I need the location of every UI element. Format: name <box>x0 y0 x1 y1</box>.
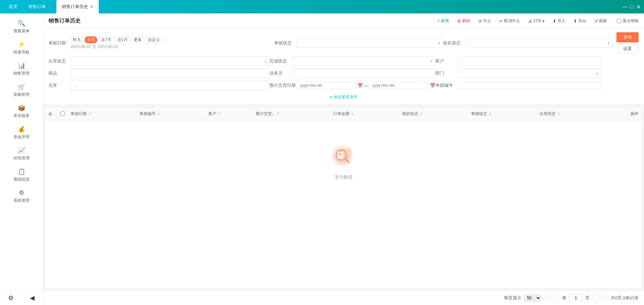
stop-button[interactable]: ⊘ 中止 <box>476 17 494 25</box>
payment-status-select[interactable]: ▾ <box>465 38 612 48</box>
col-expected-delivery-label: 预计交货... <box>256 111 275 116</box>
filter-row-3: 商品 ... 业务员 ... 部门 ▾ <box>48 69 639 78</box>
display-detail-label[interactable]: 显示明细 <box>617 18 639 24</box>
display-detail-checkbox[interactable] <box>617 19 621 23</box>
sidebar-collapse-icon[interactable]: ◀ <box>30 294 35 302</box>
col-operation: 操作 <box>606 108 641 120</box>
dept-arrow-icon: ▾ <box>596 72 598 75</box>
sidebar-item-purchase-mgmt[interactable]: 🛒 采购管理 <box>0 80 43 101</box>
col-customer[interactable]: 客户 ⇅ <box>206 108 253 120</box>
operations-icon: 📈 <box>18 147 25 154</box>
date-buttons: 昨天 今天 近7天 近1月 更多 自定义 <box>71 36 274 43</box>
window-minimize-btn[interactable]: — <box>622 4 628 10</box>
collapse-more[interactable]: ∧ 收起更多条件 <box>48 93 639 101</box>
date-btn-custom[interactable]: 自定义 <box>145 36 162 43</box>
payment-status-arrow-icon: ▾ <box>608 41 609 45</box>
date-btn-last1m[interactable]: 近1月 <box>115 36 130 43</box>
filter-warehouse: 仓库 ... <box>48 81 269 90</box>
cancel-stop-button[interactable]: ↩ 取消中止 <box>497 17 523 25</box>
col-order-amount[interactable]: 订单金额 ⇅ <box>331 108 399 120</box>
date-btn-today[interactable]: 今天 <box>85 36 97 43</box>
out-status-select[interactable]: ▾ <box>71 56 269 66</box>
window-close-btn[interactable]: ✕ <box>636 4 641 10</box>
delete-button[interactable]: 🗑 删除 <box>454 17 473 25</box>
sidebar-item-sales-mgmt-label: 销售管理 <box>13 71 30 76</box>
tab-sales-order-close[interactable]: ✕ <box>48 4 51 9</box>
content-area: 销售订单历史 + 新增 🗑 删除 ⊘ 中止 ↩ 取消中止 <box>43 13 644 305</box>
payment-status-label: 收款状态 <box>443 40 463 46</box>
tab-sales-order-history-close[interactable]: ✕ <box>90 4 93 9</box>
main-layout: 🔍 搜索菜单 ⚡ 快捷导航 📊 销售管理 🛒 采购管理 📦 库存核算 💰 资金管… <box>0 13 644 305</box>
query-button[interactable]: 查询 <box>616 32 639 42</box>
expected-date-from-input[interactable] <box>298 82 356 89</box>
col-out-status-label: 出库状态 <box>540 111 556 116</box>
col-payment-status[interactable]: 收款状态 ⇅ <box>399 108 468 120</box>
date-btn-yesterday[interactable]: 昨天 <box>71 36 83 43</box>
date-btn-more[interactable]: 更多 <box>131 36 144 43</box>
sales-mgmt-icon: 📊 <box>18 62 25 69</box>
col-bill-no[interactable]: 单据编号 ⇅ <box>137 108 206 120</box>
expected-date-calendar-to-icon[interactable]: 📅 <box>430 83 435 88</box>
new-button[interactable]: + 新增 <box>434 17 452 25</box>
sort-bill-date-icon: ⇅ <box>88 112 91 116</box>
sidebar-item-basic-info[interactable]: 📋 基础信息 <box>0 164 43 186</box>
last-page-btn[interactable]: » <box>601 295 608 301</box>
current-page-input[interactable] <box>569 295 583 301</box>
bill-no-input[interactable] <box>458 82 601 89</box>
empty-state-row: 暂无数据 <box>46 120 641 201</box>
filter-row-2: 出库状态 ▾ 完成状态 ▾ 客户 ... <box>48 56 639 66</box>
sidebar-item-basic-info-label: 基础信息 <box>13 177 30 182</box>
bill-status-select[interactable]: ▾ <box>296 38 443 48</box>
first-page-btn[interactable]: « <box>544 295 551 301</box>
expected-date-to-input[interactable] <box>370 82 428 89</box>
page-size-select[interactable]: 50 10 20 100 <box>524 294 541 302</box>
goods-select[interactable]: ... <box>71 69 269 78</box>
complete-status-select[interactable]: ▾ <box>292 56 435 66</box>
col-expected-delivery[interactable]: 预计交货... ⇅ <box>253 108 331 120</box>
sort-bill-status-icon: ⇅ <box>489 112 491 116</box>
tab-home[interactable]: 首页 <box>3 0 23 13</box>
dept-label: 部门 <box>435 70 456 76</box>
sidebar-item-inventory[interactable]: 📦 库存核算 <box>0 101 43 122</box>
settings-button[interactable]: 设置 <box>617 44 638 54</box>
col-bill-status[interactable]: 单据状态 ⇅ <box>468 108 537 120</box>
svg-point-9 <box>347 147 351 151</box>
sidebar-item-sales-mgmt[interactable]: 📊 销售管理 <box>0 59 43 80</box>
sidebar-item-sys-mgmt[interactable]: ⚙ 系统管理 <box>0 186 43 207</box>
search-menu-icon: 🔍 <box>18 20 25 27</box>
filter-complete-status: 完成状态 ▾ <box>269 56 435 66</box>
col-bill-date[interactable]: 单据日期 ⇅ <box>68 108 137 120</box>
sidebar-settings-icon[interactable]: ⚙ <box>8 294 13 302</box>
sort-expected-delivery-icon: ⇅ <box>277 112 280 116</box>
window-maximize-btn[interactable]: □ <box>630 4 634 10</box>
next-page-btn[interactable]: › <box>592 295 598 301</box>
expected-date-calendar-from-icon[interactable]: 📅 <box>357 83 363 88</box>
tab-sales-order-history[interactable]: 销售订单历史 ✕ <box>56 0 99 13</box>
sort-out-status-icon: ⇅ <box>558 112 560 116</box>
warehouse-dots: ... <box>74 83 77 88</box>
select-all-checkbox[interactable] <box>60 111 65 116</box>
sidebar-item-operations[interactable]: 📈 经营管理 <box>0 143 43 164</box>
export-button[interactable]: ⬆ 导出 <box>571 17 589 25</box>
table-checkbox-col[interactable] <box>58 108 68 120</box>
sidebar-item-quick-nav[interactable]: ⚡ 快捷导航 <box>0 37 43 59</box>
refresh-button[interactable]: ↺ 刷新 <box>592 17 610 25</box>
customer-select[interactable]: ... <box>458 56 601 66</box>
warehouse-select[interactable]: ... <box>71 81 269 90</box>
print-button[interactable]: 🖨 打印 ▾ <box>525 17 547 25</box>
bill-no-label: 单据编号 <box>435 82 456 88</box>
prev-page-btn[interactable]: ‹ <box>553 295 559 301</box>
sidebar-item-search-menu[interactable]: 🔍 搜索菜单 <box>0 16 43 37</box>
dept-select[interactable]: ▾ <box>458 69 601 78</box>
import-button[interactable]: ⬇ 导入 <box>550 17 568 25</box>
table-header-row: ⚙ 单据日期 ⇅ 单据编号 ⇅ 客户 ⇅ <box>46 108 641 120</box>
expected-date-range: 📅 — 📅 <box>298 82 435 89</box>
table-settings-col[interactable]: ⚙ <box>46 108 58 120</box>
inventory-icon: 📦 <box>18 104 25 112</box>
tab-sales-order[interactable]: 销售订单 ✕ <box>23 0 56 13</box>
date-btn-last7[interactable]: 近7天 <box>99 36 114 43</box>
footer-pagination: 每页显示 50 10 20 100 « ‹ 第 页 › » 共0页,0条记录 <box>43 291 644 305</box>
col-out-status[interactable]: 出库状态 ⇅ <box>537 108 606 120</box>
sidebar-item-finance[interactable]: 💰 资金管理 <box>0 122 43 143</box>
salesperson-select[interactable]: ... <box>292 69 435 78</box>
